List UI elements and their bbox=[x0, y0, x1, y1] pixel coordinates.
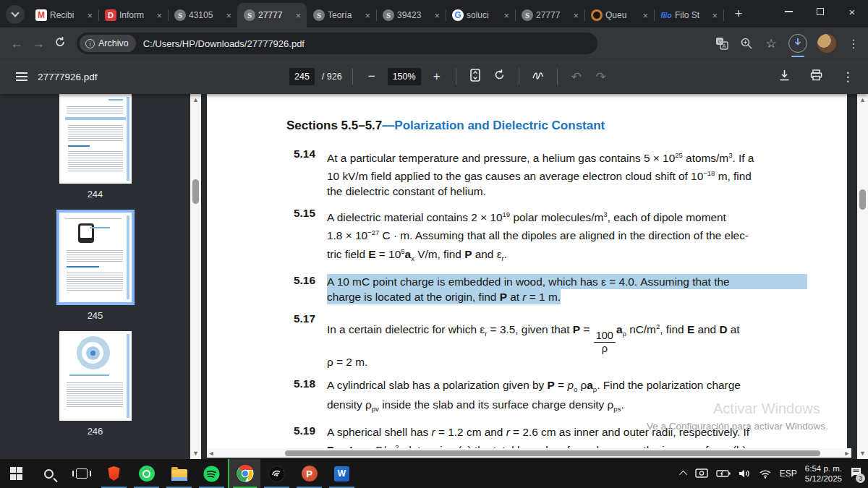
browser-tab-27777[interactable]: S27777× bbox=[237, 3, 307, 27]
new-tab-button[interactable]: + bbox=[729, 6, 748, 22]
browser-tab-39423[interactable]: S39423× bbox=[376, 3, 446, 27]
tab-close-icon[interactable]: × bbox=[433, 10, 441, 21]
tab-close-icon[interactable]: × bbox=[224, 10, 233, 21]
browser-tab-teor-a[interactable]: STeoría× bbox=[307, 3, 376, 27]
chevron-up-icon[interactable] bbox=[679, 471, 687, 479]
download-button[interactable] bbox=[775, 69, 793, 85]
speaker-icon[interactable] bbox=[739, 468, 751, 479]
page-thumbnail-245[interactable] bbox=[56, 210, 135, 305]
page-thumbnail-246[interactable] bbox=[59, 331, 132, 421]
tab-close-icon[interactable]: × bbox=[85, 10, 94, 21]
minimize-icon bbox=[785, 11, 793, 12]
minimize-button[interactable] bbox=[773, 0, 804, 23]
taskbar-search-button[interactable] bbox=[33, 459, 65, 488]
maximize-button[interactable] bbox=[804, 0, 836, 23]
taskbar-powerpoint-button[interactable]: P bbox=[293, 459, 326, 488]
browser-toolbar: ← → i Archivo C:/Users/HP/Downloads/2777… bbox=[0, 27, 868, 59]
browser-tab-queu[interactable]: Queu× bbox=[584, 3, 654, 27]
tab-close-icon[interactable]: × bbox=[641, 10, 650, 21]
pdf-content-area: 244245246 ▲ ▼ Sections 5.5–5.7—Polarizat… bbox=[0, 94, 868, 459]
taskbar-start-button[interactable] bbox=[0, 459, 33, 488]
undo-button[interactable]: ↶ bbox=[568, 69, 585, 85]
chip-label: Archivo bbox=[98, 38, 129, 48]
problem-text: A dielectric material contains 2 × 1019 … bbox=[327, 207, 807, 265]
horizontal-scroll-thumb[interactable] bbox=[285, 450, 820, 456]
back-button[interactable]: ← bbox=[6, 36, 27, 51]
problem-line: the dielectric constant of helium. bbox=[327, 184, 807, 199]
taskbar-brave-button[interactable] bbox=[98, 459, 130, 488]
redo-button[interactable]: ↷ bbox=[592, 69, 610, 85]
pdf-scrollbar[interactable]: ▲ ▼ bbox=[857, 94, 868, 459]
tab-close-icon[interactable]: × bbox=[710, 10, 719, 21]
battery-icon[interactable] bbox=[716, 469, 731, 478]
zoom-in-button[interactable]: + bbox=[428, 69, 446, 84]
cast-icon[interactable] bbox=[695, 468, 708, 479]
clock[interactable]: 6:54 p. m. 5/12/2025 bbox=[805, 463, 842, 484]
rotate-button[interactable] bbox=[491, 69, 509, 85]
browser-tab-recibi[interactable]: MRecibi× bbox=[29, 3, 98, 27]
scroll-left-icon[interactable]: ◄ bbox=[207, 450, 216, 457]
taskbar-spotify-button[interactable] bbox=[195, 459, 228, 488]
problem-line: A cylindrical slab has a polarization gi… bbox=[327, 377, 807, 397]
download-icon bbox=[793, 38, 802, 48]
address-bar[interactable]: i Archivo C:/Users/HP/Downloads/27777926… bbox=[77, 33, 597, 54]
browser-tab-filo-st[interactable]: filoFilo St× bbox=[654, 3, 723, 27]
profile-avatar[interactable] bbox=[817, 34, 836, 53]
zoom-out-button[interactable]: − bbox=[363, 69, 380, 84]
taskbar-word-button[interactable]: W bbox=[326, 459, 358, 488]
taskbar-whatsapp-button[interactable] bbox=[130, 459, 163, 488]
taskbar-file-explorer-button[interactable] bbox=[163, 459, 195, 488]
windows-logo-icon bbox=[10, 467, 23, 480]
scroll-up-icon[interactable]: ▲ bbox=[857, 96, 868, 103]
fit-page-button[interactable] bbox=[467, 69, 484, 85]
problem-number: 5.16 bbox=[294, 274, 327, 304]
scroll-up-icon[interactable]: ▲ bbox=[190, 96, 201, 103]
tab-close-icon[interactable]: × bbox=[294, 10, 302, 21]
bookmark-button[interactable]: ☆ bbox=[764, 36, 778, 51]
tab-close-icon[interactable]: × bbox=[155, 10, 163, 21]
taskbar-chrome-button[interactable] bbox=[228, 459, 260, 488]
horizontal-scrollbar[interactable]: ◄ ► bbox=[207, 448, 851, 458]
pdf-scroll-thumb[interactable] bbox=[859, 189, 866, 210]
problem-5.16: 5.16A 10 mC point charge is embedded in … bbox=[294, 274, 814, 304]
scroll-down-icon[interactable]: ▼ bbox=[190, 450, 201, 457]
browser-tab-27777[interactable]: S27777× bbox=[515, 3, 584, 27]
zoom-button[interactable] bbox=[739, 36, 754, 51]
scroll-down-icon[interactable]: ▼ bbox=[857, 450, 868, 457]
zoom-level[interactable]: 150% bbox=[388, 68, 421, 85]
page-thumbnail-244[interactable] bbox=[59, 94, 132, 184]
tab-close-icon[interactable]: × bbox=[571, 10, 580, 21]
taskbar-radar-app-button[interactable] bbox=[260, 459, 293, 488]
pdf-menu-button[interactable] bbox=[16, 72, 27, 81]
translate-button[interactable]: GA bbox=[715, 36, 729, 51]
language-indicator[interactable]: ESP bbox=[780, 468, 797, 479]
annotate-button[interactable] bbox=[529, 69, 547, 84]
thumbnail-wrap: 245 bbox=[0, 210, 190, 331]
sidebar-scrollbar[interactable]: ▲ ▼ bbox=[190, 94, 201, 459]
forward-button[interactable]: → bbox=[27, 36, 49, 51]
windows-taskbar: PW ESP 6:54 p. m. 5/12/2025 3 bbox=[0, 459, 868, 488]
downloads-button[interactable] bbox=[788, 34, 807, 53]
browser-tab-soluci[interactable]: Gsoluci× bbox=[446, 3, 515, 27]
sidebar-scroll-thumb[interactable] bbox=[192, 179, 199, 204]
taskbar-task-view-button[interactable] bbox=[65, 459, 98, 488]
file-scheme-chip[interactable]: i Archivo bbox=[80, 35, 136, 52]
close-button[interactable]: × bbox=[836, 0, 868, 23]
browser-tab-43105[interactable]: S43105× bbox=[168, 3, 237, 27]
problem-line: A 10 mC point charge is embedded in wood… bbox=[327, 274, 807, 289]
problem-line: 1.8 × 10−27 C · m. Assuming that all the… bbox=[327, 225, 807, 243]
notification-button[interactable]: 3 bbox=[850, 466, 862, 481]
pdf-more-button[interactable]: ⋮ bbox=[839, 69, 856, 85]
tab-close-icon[interactable]: × bbox=[363, 10, 372, 21]
filo-favicon-icon: filo bbox=[660, 9, 672, 21]
tab-close-icon[interactable]: × bbox=[502, 10, 511, 21]
tab-search-button[interactable] bbox=[6, 5, 25, 24]
print-button[interactable] bbox=[807, 69, 825, 85]
scroll-right-icon[interactable]: ► bbox=[843, 450, 851, 457]
wifi-icon[interactable] bbox=[759, 469, 772, 479]
browser-menu-button[interactable]: ⋮ bbox=[846, 36, 861, 51]
reload-button[interactable] bbox=[49, 36, 71, 51]
page-input[interactable]: 245 bbox=[289, 68, 315, 85]
pdf-toolbar: 27777926.pdf 245 / 926 − 150% + ↶ ↷ bbox=[0, 59, 868, 94]
browser-tab-inform[interactable]: DInform× bbox=[98, 3, 168, 27]
